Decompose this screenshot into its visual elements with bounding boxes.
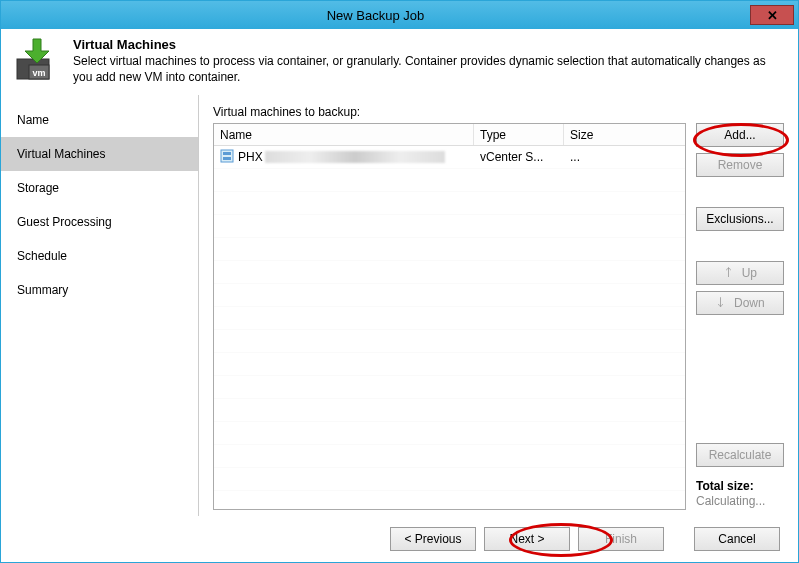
cancel-button[interactable]: Cancel xyxy=(694,527,780,551)
side-button-column: Add... Remove Exclusions... 🡑 Up 🡓 Down … xyxy=(696,123,784,510)
sidebar-item-schedule[interactable]: Schedule xyxy=(1,239,198,273)
vcenter-icon xyxy=(220,149,234,166)
row-type-cell: vCenter S... xyxy=(474,146,564,168)
column-header-type[interactable]: Type xyxy=(474,124,564,145)
sidebar-item-storage[interactable]: Storage xyxy=(1,171,198,205)
vm-table[interactable]: Name Type Size xyxy=(213,123,686,510)
vm-content-row: Name Type Size xyxy=(213,123,784,510)
svg-rect-3 xyxy=(221,150,233,162)
svg-rect-4 xyxy=(223,152,231,155)
wizard-body: Name Virtual Machines Storage Guest Proc… xyxy=(1,95,798,516)
window-title: New Backup Job xyxy=(1,8,750,23)
dialog-window: New Backup Job ✕ vm Virtual Machines Sel… xyxy=(0,0,799,563)
sidebar-item-virtual-machines[interactable]: Virtual Machines xyxy=(1,137,198,171)
table-row[interactable]: PHX vCenter S... ... xyxy=(214,146,685,168)
total-size-value: Calculating... xyxy=(696,494,784,510)
vm-table-header: Name Type Size xyxy=(214,124,685,146)
total-size-block: Total size: Calculating... xyxy=(696,479,784,510)
add-button[interactable]: Add... xyxy=(696,123,784,147)
next-button[interactable]: Next > xyxy=(484,527,570,551)
exclusions-button[interactable]: Exclusions... xyxy=(696,207,784,231)
up-button[interactable]: 🡑 Up xyxy=(696,261,784,285)
recalculate-button[interactable]: Recalculate xyxy=(696,443,784,467)
sidebar-item-summary[interactable]: Summary xyxy=(1,273,198,307)
svg-text:vm: vm xyxy=(32,68,45,78)
vm-table-body[interactable]: PHX vCenter S... ... xyxy=(214,146,685,509)
remove-button[interactable]: Remove xyxy=(696,153,784,177)
column-header-name[interactable]: Name xyxy=(214,124,474,145)
redacted-text xyxy=(265,151,445,163)
svg-rect-5 xyxy=(223,157,231,160)
main-panel: Virtual machines to backup: Name Type Si… xyxy=(199,95,798,516)
sidebar-item-guest-processing[interactable]: Guest Processing xyxy=(1,205,198,239)
close-button[interactable]: ✕ xyxy=(750,5,794,25)
down-button[interactable]: 🡓 Down xyxy=(696,291,784,315)
arrow-up-icon: 🡑 xyxy=(723,266,735,280)
sidebar-item-name[interactable]: Name xyxy=(1,103,198,137)
arrow-down-icon: 🡓 xyxy=(715,296,727,310)
wizard-header: vm Virtual Machines Select virtual machi… xyxy=(1,29,798,95)
total-size-label: Total size: xyxy=(696,479,784,495)
wizard-steps-sidebar: Name Virtual Machines Storage Guest Proc… xyxy=(1,95,199,516)
wizard-step-description: Select virtual machines to process via c… xyxy=(73,54,784,85)
up-label: Up xyxy=(742,266,757,280)
row-name-cell: PHX xyxy=(214,146,474,168)
vm-wizard-icon: vm xyxy=(15,37,63,81)
down-label: Down xyxy=(734,296,765,310)
row-size-cell: ... xyxy=(564,146,685,168)
finish-button[interactable]: Finish xyxy=(578,527,664,551)
wizard-header-text: Virtual Machines Select virtual machines… xyxy=(73,37,784,85)
wizard-step-title: Virtual Machines xyxy=(73,37,784,52)
column-header-size[interactable]: Size xyxy=(564,124,685,145)
previous-button[interactable]: < Previous xyxy=(390,527,476,551)
vm-list-label: Virtual machines to backup: xyxy=(213,105,784,119)
wizard-footer: < Previous Next > Finish Cancel xyxy=(1,516,798,562)
titlebar: New Backup Job ✕ xyxy=(1,1,798,29)
row-name-text: PHX xyxy=(238,150,263,164)
